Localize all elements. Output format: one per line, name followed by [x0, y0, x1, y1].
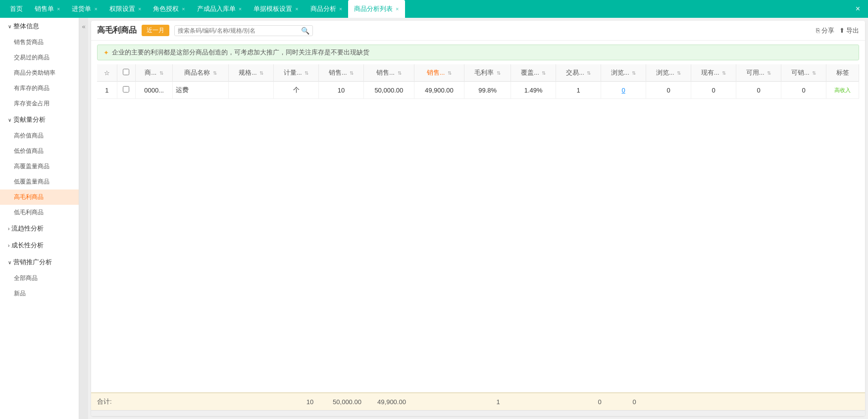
- arrow-contribution: ∨: [8, 117, 11, 123]
- th-star[interactable]: ☆: [97, 64, 117, 82]
- nav-product-analysis[interactable]: 商品分析 ×: [305, 0, 348, 18]
- nav-sales-order[interactable]: 销售单 ×: [29, 0, 66, 18]
- table-header-row: ☆ 商... ⇅ 商品名称 ⇅ 规格... ⇅ 计量... ⇅ 销售... ⇅ …: [97, 64, 859, 82]
- sidebar-item-low-value[interactable]: 低价值商品: [0, 143, 79, 159]
- sidebar-item-traded-goods[interactable]: 交易过的商品: [0, 50, 79, 65]
- nav-finished-goods[interactable]: 产成品入库单 ×: [191, 0, 248, 18]
- cell-sales2: 50,000.00: [364, 82, 414, 99]
- cell-tag: 高收入: [826, 82, 859, 99]
- cell-checkbox[interactable]: [117, 82, 135, 99]
- cell-unit: 个: [274, 82, 319, 99]
- cell-coverage: 1.49%: [511, 82, 556, 99]
- top-navigation: 首页 销售单 × 进货单 × 权限设置 × 角色授权 × 产成品入库单 × 单据…: [0, 0, 868, 18]
- share-button[interactable]: ⎘ 分享: [816, 26, 834, 35]
- cell-index: 1: [97, 82, 117, 99]
- footer-sales1: 10: [295, 398, 325, 406]
- sidebar-collapse-button[interactable]: «: [79, 18, 88, 419]
- close-finished-goods[interactable]: ×: [239, 6, 242, 12]
- sidebar-group-overall[interactable]: ∨ 整体信息: [0, 18, 79, 35]
- sidebar-item-all-goods[interactable]: 全部商品: [0, 271, 79, 286]
- sidebar: ∨ 整体信息 销售货商品 交易过的商品 商品分类助销率 有库存的商品 库存资金占…: [0, 18, 79, 419]
- footer-values: 10 50,000.00 49,900.00 1 0 0: [127, 398, 859, 406]
- th-name[interactable]: 商品名称 ⇅: [173, 64, 229, 82]
- period-button[interactable]: 近一月: [142, 25, 169, 36]
- th-sales3[interactable]: 销售... ⇅: [414, 64, 464, 82]
- close-template-settings[interactable]: ×: [295, 6, 298, 12]
- sidebar-item-low-margin[interactable]: 低毛利商品: [0, 205, 79, 220]
- sidebar-item-stock-capital[interactable]: 库存资金占用: [0, 96, 79, 111]
- info-text: 企业的主要的利润都是这部分商品创造的，可考虑加大推广，同时关注库存是不要出现缺货: [112, 48, 369, 57]
- bottom-scrollbar[interactable]: [91, 410, 865, 416]
- cell-code: 0000...: [135, 82, 173, 99]
- content-header: 高毛利商品 近一月 🔍 ⎘ 分享 ⬆ 导出: [91, 21, 865, 41]
- cell-gross-rate: 99.8%: [464, 82, 511, 99]
- window-close-button[interactable]: ×: [852, 4, 864, 13]
- group-marketing-label: 营销推广分析: [13, 258, 52, 267]
- page-title: 高毛利商品: [97, 25, 137, 36]
- footer-sales3: 49,900.00: [369, 398, 414, 406]
- close-product-analysis-list[interactable]: ×: [396, 6, 399, 12]
- arrow-growth: ›: [8, 243, 9, 248]
- sidebar-item-high-coverage[interactable]: 高覆盖量商品: [0, 159, 79, 174]
- th-coverage[interactable]: 覆盖... ⇅: [511, 64, 556, 82]
- nav-template-settings[interactable]: 单据模板设置 ×: [248, 0, 304, 18]
- th-checkbox[interactable]: [117, 64, 135, 82]
- cell-sellable: 0: [781, 82, 826, 99]
- sidebar-item-high-value[interactable]: 高价值商品: [0, 128, 79, 143]
- th-code[interactable]: 商... ⇅: [135, 64, 173, 82]
- sidebar-group-marketing[interactable]: ∨ 营销推广分析: [0, 254, 79, 271]
- sidebar-item-new-goods[interactable]: 新品: [0, 286, 79, 301]
- th-tag[interactable]: 标签: [826, 64, 859, 82]
- th-sellable[interactable]: 可销... ⇅: [781, 64, 826, 82]
- cell-transaction: 1: [556, 82, 601, 99]
- sidebar-group-trend[interactable]: › 流趋性分析: [0, 220, 79, 237]
- row-checkbox[interactable]: [123, 86, 129, 93]
- table-container: ☆ 商... ⇅ 商品名称 ⇅ 规格... ⇅ 计量... ⇅ 销售... ⇅ …: [91, 64, 865, 392]
- cell-name: 运费: [173, 82, 229, 99]
- th-browse2[interactable]: 浏览... ⇅: [646, 64, 691, 82]
- th-unit[interactable]: 计量... ⇅: [274, 64, 319, 82]
- nav-permissions[interactable]: 权限设置 ×: [103, 0, 147, 18]
- sidebar-item-sales-goods[interactable]: 销售货商品: [0, 35, 79, 50]
- close-permissions[interactable]: ×: [138, 6, 141, 12]
- sidebar-group-contribution[interactable]: ∨ 贡献量分析: [0, 111, 79, 128]
- sidebar-group-growth[interactable]: › 成长性分析: [0, 237, 79, 254]
- close-purchase-order[interactable]: ×: [94, 6, 97, 12]
- th-available[interactable]: 可用... ⇅: [736, 64, 781, 82]
- nav-purchase-order[interactable]: 进货单 ×: [66, 0, 103, 18]
- arrow-marketing: ∨: [8, 260, 11, 265]
- data-table: ☆ 商... ⇅ 商品名称 ⇅ 规格... ⇅ 计量... ⇅ 销售... ⇅ …: [97, 64, 859, 99]
- nav-role-auth[interactable]: 角色授权 ×: [147, 0, 191, 18]
- th-current[interactable]: 现有... ⇅: [691, 64, 736, 82]
- share-label: 分享: [821, 26, 834, 35]
- group-contribution-label: 贡献量分析: [13, 115, 46, 124]
- cell-spec: [229, 82, 274, 99]
- th-spec[interactable]: 规格... ⇅: [229, 64, 274, 82]
- cell-browse1[interactable]: 0: [601, 82, 646, 99]
- table-footer: 合计: 10 50,000.00 49,900.00 1 0 0: [91, 392, 865, 410]
- th-sales1[interactable]: 销售... ⇅: [319, 64, 364, 82]
- sidebar-item-high-margin[interactable]: 高毛利商品: [0, 189, 79, 205]
- nav-product-analysis-list[interactable]: 商品分析列表 ×: [348, 0, 405, 18]
- footer-transaction: 1: [483, 398, 513, 406]
- group-growth-label: 成长性分析: [11, 241, 44, 250]
- close-role-auth[interactable]: ×: [182, 6, 185, 12]
- close-product-analysis[interactable]: ×: [339, 6, 342, 12]
- search-input[interactable]: [178, 27, 301, 34]
- close-sales-order[interactable]: ×: [57, 6, 60, 12]
- sidebar-item-low-coverage[interactable]: 低覆盖量商品: [0, 174, 79, 189]
- th-gross-rate[interactable]: 毛利率 ⇅: [464, 64, 511, 82]
- sidebar-item-in-stock[interactable]: 有库存的商品: [0, 81, 79, 96]
- export-button[interactable]: ⬆ 导出: [839, 26, 859, 35]
- arrow-overall: ∨: [8, 24, 11, 29]
- th-sales2[interactable]: 销售... ⇅: [364, 64, 414, 82]
- export-icon: ⬆: [839, 27, 845, 34]
- search-icon[interactable]: 🔍: [301, 27, 309, 35]
- sidebar-item-category-rate[interactable]: 商品分类助销率: [0, 65, 79, 81]
- th-browse1[interactable]: 浏览... ⇅: [601, 64, 646, 82]
- group-overall-label: 整体信息: [13, 22, 39, 31]
- main-layout: ∨ 整体信息 销售货商品 交易过的商品 商品分类助销率 有库存的商品 库存资金占…: [0, 18, 868, 419]
- nav-home[interactable]: 首页: [4, 0, 29, 18]
- select-all-checkbox[interactable]: [123, 69, 129, 75]
- th-transaction[interactable]: 交易... ⇅: [556, 64, 601, 82]
